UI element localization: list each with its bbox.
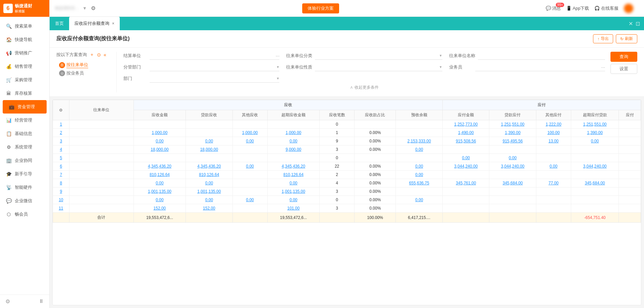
inventory-icon: 🏛 — [5, 90, 12, 97]
sidebar-item-system[interactable]: ⚙系统管理 — [0, 140, 49, 154]
sidebar-item-inventory[interactable]: 🏛库存核算 — [0, 87, 49, 100]
main-content: 畅捷通财务... ▼ ⚙ 体验行业方案 💬 消息 99+ 📱 App下载 🎧 在… — [50, 0, 644, 308]
gear-icon[interactable]: ⚙ — [91, 5, 96, 11]
receivable-subcol-1: 贷款应收 — [186, 110, 232, 120]
sidebar-label-operation: 经营管理 — [15, 117, 32, 123]
add-scheme-btn[interactable]: ＋ — [90, 52, 94, 58]
hardware-icon: 📡 — [5, 184, 12, 191]
user-avatar[interactable] — [624, 4, 633, 13]
tab-bar-actions: ✕ ⊡ — [629, 20, 644, 27]
sidebar-item-marketing[interactable]: 📢营销推广 — [0, 46, 49, 60]
department-field[interactable]: ▼ — [150, 75, 279, 83]
partner-category-input[interactable] — [315, 52, 439, 59]
sidebar-settings-btn[interactable]: ⚙ — [5, 298, 10, 305]
table-row: 30.000.000.000.0090.00%2,153,333.00915,5… — [53, 137, 641, 145]
settlement-unit-label: 结算单位 — [123, 53, 147, 59]
managed-dept-field[interactable]: ▼ — [150, 63, 279, 71]
department-input[interactable] — [150, 75, 276, 82]
export-icon: ↑ — [597, 37, 599, 41]
sidebar-item-hardware[interactable]: 📡智能硬件 — [0, 181, 49, 194]
partner-nature-field[interactable]: ▼ — [315, 63, 442, 71]
search-icon: 🔍 — [5, 23, 12, 30]
table-row: 64,345,436.204,345,436.200.004,345,436.2… — [53, 162, 641, 171]
partner-name-cell — [69, 179, 133, 187]
notifications-btn[interactable]: 💬 消息 99+ — [546, 5, 561, 11]
sidebar-label-guide: 新手引导 — [15, 171, 32, 177]
sidebar-item-purchase[interactable]: 🛒采购管理 — [0, 73, 49, 87]
filter-managed-dept: 分管部门 ▼ — [123, 63, 279, 71]
managed-dept-input[interactable] — [150, 63, 276, 71]
table-row: 7810,126.64810,126.64810,126.6420.00%0.0… — [53, 171, 641, 179]
scheme-by-partner[interactable]: 圆 按往来单位 — [59, 62, 111, 68]
managed-dept-arrow[interactable]: ▼ — [276, 65, 279, 69]
partner-category-field[interactable]: ▼ — [315, 52, 442, 60]
filter-partner-category: 往来单位分类 ▼ — [286, 52, 442, 60]
table-settings-icon[interactable]: ⚙ — [53, 100, 69, 120]
sidebar-item-operation[interactable]: 📊经营管理 — [0, 114, 49, 127]
wechat-icon: 💬 — [5, 197, 12, 204]
sidebar-item-guide[interactable]: 🎓新手引导 — [0, 167, 49, 181]
collapse-bar[interactable]: ∧ 收起更多条件 — [123, 83, 605, 92]
sidebar-item-wechat[interactable]: 💬企业微信 — [0, 194, 49, 208]
filter-grid: 结算单位 ··· 往来单位分类 ▼ — [123, 52, 605, 83]
tab-receivables[interactable]: 应收应付余额查询 × — [69, 17, 120, 30]
query-button[interactable]: 查询 — [610, 52, 637, 62]
sidebar-item-sales[interactable]: 💰销售管理 — [0, 60, 49, 73]
partner-category-arrow[interactable]: ▼ — [439, 54, 442, 57]
export-button[interactable]: ↑ 导出 — [593, 34, 613, 43]
page-title: 应收应付余额查询(按往来单位) — [56, 35, 130, 42]
settlement-ellipsis[interactable]: ··· — [276, 53, 280, 58]
page-header-actions: ↑ 导出 ↻ 刷新 — [593, 34, 637, 43]
refresh-icon: ↻ — [620, 37, 624, 41]
partner-nature-input[interactable] — [315, 63, 439, 71]
salesperson-ellipsis[interactable]: ··· — [601, 64, 605, 70]
scheme-salesperson-icon: ⊙ — [59, 70, 65, 76]
partner-name-input[interactable] — [478, 52, 605, 60]
sidebar-label-quick: 快捷导航 — [15, 37, 32, 43]
sidebar-item-member[interactable]: ⬡畅会员 — [0, 208, 49, 221]
setting-button[interactable]: 设置 — [610, 64, 637, 74]
page-content: 应收应付余额查询(按往来单位) ↑ 导出 ↻ 刷新 按以下方案查询 ＋ — [50, 30, 644, 308]
sidebar-item-base[interactable]: 📋基础信息 — [0, 127, 49, 140]
scheme-by-salesperson[interactable]: ⊙ 按业务员 — [59, 70, 111, 76]
payable-subcol-1: 贷款应付 — [489, 110, 536, 120]
notification-badge: 99+ — [556, 3, 564, 7]
tab-close-btn[interactable]: × — [112, 21, 114, 26]
page-header: 应收应付余额查询(按往来单位) ↑ 导出 ↻ 刷新 — [50, 30, 644, 48]
online-service-btn[interactable]: 🎧 在线客服 — [594, 5, 619, 11]
sidebar-header: 6 畅捷通财 标准版 — [0, 0, 49, 17]
settlement-unit-input[interactable] — [150, 52, 276, 59]
filter-partner-nature: 往来单位性质 ▼ — [286, 63, 442, 71]
salesperson-field[interactable]: ··· — [475, 63, 605, 71]
table-row: 11152.00152.00101.0030.00% — [53, 204, 641, 213]
settlement-unit-field[interactable]: ··· — [150, 52, 279, 60]
department-arrow[interactable]: ▼ — [276, 77, 279, 80]
sidebar-item-quick[interactable]: 🏠快捷导航 — [0, 33, 49, 46]
breadcrumb: 畅捷通财务... — [55, 5, 78, 11]
sidebar-footer: ⚙ ⏸ — [0, 295, 49, 308]
tab-maximize-btn[interactable]: ⊡ — [636, 20, 640, 27]
edit-scheme-btn[interactable]: ⊙ — [97, 52, 101, 57]
sidebar-item-capital[interactable]: 💼资金管理 — [3, 100, 47, 114]
payable-subcol-0: 应付金额 — [442, 110, 489, 120]
footer-settings — [53, 213, 69, 223]
collapse-scheme-btn[interactable]: « — [104, 52, 106, 57]
sidebar-label-capital: 资金管理 — [17, 104, 35, 110]
tab-close-window-btn[interactable]: ✕ — [629, 20, 633, 27]
sidebar-item-search[interactable]: 🔍搜索菜单 — [0, 19, 49, 33]
app-download-btn[interactable]: 📱 App下载 — [566, 5, 589, 11]
sidebar-label-search: 搜索菜单 — [15, 23, 32, 29]
sidebar-label-member: 畅会员 — [15, 211, 28, 217]
filter-label: 按以下方案查询 — [56, 52, 87, 58]
table-row: 80.000.000.0040.00%655,636.75345,761.003… — [53, 179, 641, 187]
sidebar-item-enterprise[interactable]: 🏢企业协同 — [0, 154, 49, 167]
breadcrumb-dropdown-icon[interactable]: ▼ — [83, 6, 87, 11]
sidebar-collapse-btn[interactable]: ⏸ — [39, 298, 44, 305]
partner-nature-arrow[interactable]: ▼ — [439, 65, 442, 69]
managed-dept-label: 分管部门 — [123, 64, 147, 70]
solution-button[interactable]: 体验行业方案 — [302, 3, 339, 13]
partner-name-cell — [69, 137, 133, 145]
tab-home[interactable]: 首页 — [50, 17, 69, 30]
refresh-button[interactable]: ↻ 刷新 — [616, 34, 637, 43]
salesperson-input[interactable] — [475, 63, 601, 71]
